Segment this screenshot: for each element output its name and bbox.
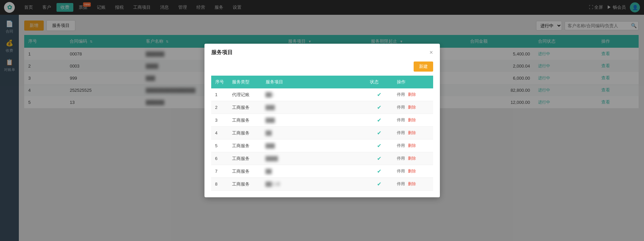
modal-cell-action: 停用 删除 (393, 152, 433, 165)
modal-cell-item: ███ (262, 114, 366, 127)
modal-cell-action: 停用 删除 (393, 114, 433, 127)
status-check-icon: ✔ (377, 130, 381, 136)
modal-cell-seq: 7 (211, 165, 228, 178)
modal-cell-seq: 5 (211, 139, 228, 152)
modal-table-header: 序号 服务类型 服务项目 状态 操作 (211, 76, 433, 88)
modal-overlay[interactable]: 服务项目 × 新建 序号 服务类型 服务项目 状态 操作 1 (0, 0, 644, 241)
modal-table-row: 8 工商服务 ██注册 ✔ 停用 删除 (211, 178, 433, 191)
modal-cell-type: 工商服务 (228, 178, 262, 191)
modal-table-row: 6 工商服务 ████ ✔ 停用 删除 (211, 152, 433, 165)
modal-cell-seq: 8 (211, 178, 228, 191)
stop-button[interactable]: 停用 (397, 143, 405, 148)
modal-cell-status: ✔ (366, 178, 393, 191)
modal-table-row: 2 工商服务 ███ ✔ 停用 删除 (211, 101, 433, 114)
modal-cell-status: ✔ (366, 127, 393, 139)
modal-cell-seq: 4 (211, 127, 228, 139)
modal-cell-type: 工商服务 (228, 101, 262, 114)
status-check-icon: ✔ (377, 92, 381, 97)
modal-table-row: 5 工商服务 ███ ✔ 停用 删除 (211, 139, 433, 152)
modal-cell-status: ✔ (366, 152, 393, 165)
modal-cell-action: 停用 删除 (393, 178, 433, 191)
modal-cell-item: ██ (262, 165, 366, 178)
modal-cell-action: 停用 删除 (393, 88, 433, 101)
modal-cell-status: ✔ (366, 88, 393, 101)
stop-button[interactable]: 停用 (397, 169, 405, 173)
status-check-icon: ✔ (377, 156, 381, 161)
delete-button[interactable]: 删除 (408, 92, 416, 97)
modal-col-status: 状态 (366, 76, 393, 88)
delete-button[interactable]: 删除 (408, 143, 416, 148)
modal-cell-type: 工商服务 (228, 139, 262, 152)
modal-cell-item: ███ (262, 101, 366, 114)
stop-button[interactable]: 停用 (397, 92, 405, 97)
delete-button[interactable]: 删除 (408, 105, 416, 110)
modal-dialog: 服务项目 × 新建 序号 服务类型 服务项目 状态 操作 1 (204, 44, 440, 197)
modal-cell-action: 停用 删除 (393, 139, 433, 152)
modal-cell-item: ██1 (262, 88, 366, 101)
modal-title: 服务项目 (211, 49, 233, 56)
modal-cell-status: ✔ (366, 114, 393, 127)
modal-header: 服务项目 × (204, 44, 440, 59)
modal-col-item: 服务项目 (262, 76, 366, 88)
modal-table-row: 3 工商服务 ███ ✔ 停用 删除 (211, 114, 433, 127)
modal-body: 序号 服务类型 服务项目 状态 操作 1 代理记账 ██1 ✔ 停用 删除 (204, 76, 440, 197)
delete-button[interactable]: 删除 (408, 156, 416, 161)
status-check-icon: ✔ (377, 117, 381, 123)
stop-button[interactable]: 停用 (397, 105, 405, 110)
modal-table-row: 1 代理记账 ██1 ✔ 停用 删除 (211, 88, 433, 101)
status-check-icon: ✔ (377, 143, 381, 149)
service-items-table: 序号 服务类型 服务项目 状态 操作 1 代理记账 ██1 ✔ 停用 删除 (211, 76, 433, 191)
delete-button[interactable]: 删除 (408, 169, 416, 173)
stop-button[interactable]: 停用 (397, 182, 405, 186)
modal-cell-type: 工商服务 (228, 152, 262, 165)
modal-cell-type: 工商服务 (228, 165, 262, 178)
modal-col-seq: 序号 (211, 76, 228, 88)
modal-cell-action: 停用 删除 (393, 101, 433, 114)
delete-button[interactable]: 删除 (408, 118, 416, 122)
modal-cell-status: ✔ (366, 139, 393, 152)
modal-table-row: 4 工商服务 ██ ✔ 停用 删除 (211, 127, 433, 139)
modal-cell-type: 代理记账 (228, 88, 262, 101)
modal-new-button[interactable]: 新建 (414, 62, 433, 72)
modal-cell-item: ██ (262, 127, 366, 139)
modal-cell-status: ✔ (366, 101, 393, 114)
modal-cell-item: ██注册 (262, 178, 366, 191)
modal-table-row: 7 工商服务 ██ ✔ 停用 删除 (211, 165, 433, 178)
stop-button[interactable]: 停用 (397, 156, 405, 161)
status-check-icon: ✔ (377, 168, 381, 174)
modal-cell-status: ✔ (366, 165, 393, 178)
modal-cell-type: 工商服务 (228, 114, 262, 127)
modal-table-body: 1 代理记账 ██1 ✔ 停用 删除 2 工商服务 ███ ✔ 停用 删除 3 … (211, 88, 433, 191)
modal-cell-seq: 3 (211, 114, 228, 127)
stop-button[interactable]: 停用 (397, 130, 405, 135)
status-check-icon: ✔ (377, 105, 381, 110)
modal-cell-item: ████ (262, 152, 366, 165)
delete-button[interactable]: 删除 (408, 182, 416, 186)
modal-cell-seq: 1 (211, 88, 228, 101)
modal-cell-seq: 2 (211, 101, 228, 114)
modal-cell-action: 停用 删除 (393, 165, 433, 178)
modal-col-type: 服务类型 (228, 76, 262, 88)
stop-button[interactable]: 停用 (397, 118, 405, 122)
modal-cell-seq: 6 (211, 152, 228, 165)
modal-col-action: 操作 (393, 76, 433, 88)
delete-button[interactable]: 删除 (408, 130, 416, 135)
modal-close-button[interactable]: × (429, 49, 433, 56)
modal-cell-type: 工商服务 (228, 127, 262, 139)
modal-cell-item: ███ (262, 139, 366, 152)
modal-cell-action: 停用 删除 (393, 127, 433, 139)
modal-toolbar: 新建 (204, 59, 440, 76)
status-check-icon: ✔ (377, 181, 381, 187)
